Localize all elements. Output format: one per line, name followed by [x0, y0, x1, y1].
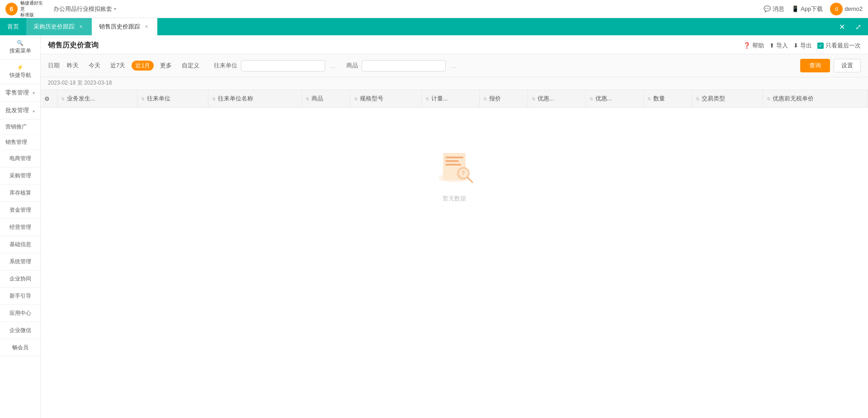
- sidebar-item-ops[interactable]: 经营管理: [0, 219, 40, 236]
- tab-purchase[interactable]: 采购历史价跟踪 ×: [26, 18, 92, 35]
- th-spec[interactable]: ⇅ 规格型号: [350, 90, 421, 108]
- table-wrapper[interactable]: ⚙ ⇅ 业务发生... ⇅ 往来单位: [41, 90, 868, 418]
- sidebar-item-purchase[interactable]: 采购管理: [0, 167, 40, 185]
- product-input[interactable]: [362, 60, 446, 71]
- sidebar-item-newbie[interactable]: 新手引导: [0, 288, 40, 305]
- user-area[interactable]: d demo2: [830, 3, 863, 15]
- message-icon: 💬: [764, 5, 771, 12]
- date-tab-1month[interactable]: 近1月: [132, 61, 154, 71]
- content-area: 销售历史价查询 ❓ 帮助 ⬆ 导入 ⬇ 导出 ✓ 只看最后一次: [41, 35, 868, 418]
- export-btn[interactable]: ⬇ 导出: [793, 42, 812, 50]
- date-tabs: 昨天 今天 近7天 近1月 更多 自定义: [63, 61, 203, 71]
- empty-text: 暂无数据: [443, 195, 466, 203]
- tab-sales-label: 销售历史价跟踪: [99, 23, 140, 31]
- logo-icon: 6: [5, 3, 18, 15]
- search-icon: 🔍: [17, 40, 24, 46]
- only-last-checkbox[interactable]: ✓: [817, 43, 824, 49]
- sidebar-item-system[interactable]: 系统管理: [0, 253, 40, 271]
- help-btn[interactable]: ❓ 帮助: [743, 42, 764, 50]
- sidebar-vip-label: 畅会员: [12, 344, 28, 352]
- th-unit[interactable]: ⇅ 计量...: [421, 90, 479, 108]
- tab-purchase-close[interactable]: ×: [77, 23, 85, 30]
- th-pretax-price[interactable]: ⇅ 优惠前无税单价: [763, 90, 868, 108]
- sidebar-corp-label: 企业协同: [9, 275, 31, 283]
- date-tab-today[interactable]: 今天: [85, 61, 104, 71]
- sidebar-item-inventory[interactable]: 库存核算: [0, 185, 40, 202]
- quicknav-icon: ⚡: [17, 64, 24, 71]
- tab-purchase-label: 采购历史价跟踪: [33, 23, 75, 31]
- import-btn[interactable]: ⬆ 导入: [769, 42, 788, 50]
- filter-area: 日期 昨天 今天 近7天 近1月 更多 自定义 往来单位 ... 商品 ...: [41, 54, 868, 77]
- import-icon: ⬆: [769, 42, 774, 49]
- th-product[interactable]: ⇅ 商品: [302, 90, 350, 108]
- sidebar-basic-label: 基础信息: [9, 241, 31, 248]
- export-icon: ⬇: [793, 42, 798, 49]
- th-partner-name[interactable]: ⇅ 往来单位名称: [208, 90, 302, 108]
- app-selector[interactable]: 办公用品行业模拟账套 ▾: [50, 3, 120, 15]
- sidebar-item-apps[interactable]: 应用中心: [0, 305, 40, 322]
- th-discount2[interactable]: ⇅ 优惠...: [585, 90, 643, 108]
- close-tab-btn[interactable]: ✕: [835, 20, 848, 33]
- sidebar-item-search[interactable]: 🔍 搜索菜单: [0, 35, 40, 60]
- date-tab-7days[interactable]: 近7天: [107, 61, 129, 71]
- sidebar: 🔍 搜索菜单 ⚡ 快捷导航 零售管理 ▾ 批发管理 ▴ 营销推广 销售管理 电商…: [0, 35, 41, 418]
- wholesale-arrow-icon: ▴: [33, 108, 35, 113]
- tab-sales[interactable]: 销售历史价跟踪 ×: [92, 18, 157, 35]
- settings-button[interactable]: 设置: [834, 59, 861, 72]
- th-trade-type[interactable]: ⇅ 交易类型: [692, 90, 763, 108]
- sidebar-item-wechat[interactable]: 企业微信: [0, 322, 40, 339]
- sidebar-item-wholesale[interactable]: 批发管理 ▴: [0, 102, 40, 119]
- sidebar-item-vip[interactable]: 畅会员: [0, 339, 40, 356]
- svg-rect-4: [445, 164, 461, 166]
- sort-icon-discount1: ⇅: [532, 96, 535, 101]
- sort-icon-partner-name: ⇅: [212, 96, 216, 101]
- th-partner-code[interactable]: ⇅ 往来单位: [137, 90, 208, 108]
- help-icon: ❓: [743, 42, 750, 49]
- table-header: ⚙ ⇅ 业务发生... ⇅ 往来单位: [41, 90, 868, 108]
- sidebar-item-retail[interactable]: 零售管理 ▾: [0, 84, 40, 102]
- th-gear[interactable]: ⚙: [41, 90, 57, 108]
- sidebar-item-finance[interactable]: 资金管理: [0, 202, 40, 219]
- sidebar-item-ecom[interactable]: 电商管理: [0, 150, 40, 167]
- sort-icon-biz-date: ⇅: [61, 96, 65, 101]
- sidebar-item-basic[interactable]: 基础信息: [0, 236, 40, 253]
- query-button[interactable]: 查询: [800, 59, 830, 72]
- partner-dots: ...: [330, 62, 335, 69]
- sidebar-quicknav-label: 快捷导航: [9, 71, 31, 79]
- svg-text:?: ?: [462, 170, 465, 176]
- date-range-text: 2023-02-18 至 2023-03-18: [48, 80, 112, 86]
- product-filter-group: 商品 ...: [346, 60, 456, 71]
- th-discount1[interactable]: ⇅ 优惠...: [528, 90, 585, 108]
- product-label: 商品: [346, 62, 358, 70]
- main-layout: 🔍 搜索菜单 ⚡ 快捷导航 零售管理 ▾ 批发管理 ▴ 营销推广 销售管理 电商…: [0, 35, 868, 418]
- partner-input[interactable]: [241, 60, 325, 71]
- sidebar-system-label: 系统管理: [9, 258, 31, 266]
- logo-area: 6 畅捷通好生意 标准版: [5, 0, 46, 18]
- sidebar-inventory-label: 库存核算: [9, 189, 31, 197]
- date-range-display: 2023-02-18 至 2023-03-18: [41, 77, 868, 90]
- sort-icon-qty: ⇅: [647, 96, 651, 101]
- tab-sales-close[interactable]: ×: [143, 23, 150, 30]
- sidebar-ecom-label: 电商管理: [9, 155, 31, 162]
- th-qty[interactable]: ⇅ 数量: [643, 90, 692, 108]
- th-price[interactable]: ⇅ 报价: [479, 90, 528, 108]
- message-action[interactable]: 💬 消息: [764, 5, 784, 13]
- top-bar-right: 💬 消息 📱 App下载 d demo2: [764, 3, 863, 15]
- sort-icon-spec: ⇅: [354, 96, 358, 101]
- date-tab-more[interactable]: 更多: [156, 61, 175, 71]
- date-tab-yesterday[interactable]: 昨天: [63, 61, 82, 71]
- app-selector-label: 办公用品行业模拟账套: [53, 5, 112, 13]
- svg-rect-3: [445, 160, 459, 162]
- sort-icon-unit: ⇅: [425, 96, 429, 101]
- only-last-checkbox-area[interactable]: ✓ 只看最后一次: [817, 42, 861, 50]
- maximize-btn[interactable]: ⤢: [852, 20, 864, 33]
- sidebar-item-marketing[interactable]: 营销推广: [0, 119, 40, 135]
- th-biz-date[interactable]: ⇅ 业务发生...: [57, 90, 137, 108]
- date-tab-custom[interactable]: 自定义: [178, 61, 203, 71]
- tab-home[interactable]: 首页: [0, 18, 26, 35]
- sidebar-item-sales-mgmt[interactable]: 销售管理: [0, 135, 40, 150]
- app-download-action[interactable]: 📱 App下载: [792, 5, 823, 13]
- sidebar-item-quicknav[interactable]: ⚡ 快捷导航: [0, 60, 40, 84]
- sidebar-wholesale-label: 批发管理: [5, 106, 29, 114]
- sidebar-item-corp[interactable]: 企业协同: [0, 271, 40, 288]
